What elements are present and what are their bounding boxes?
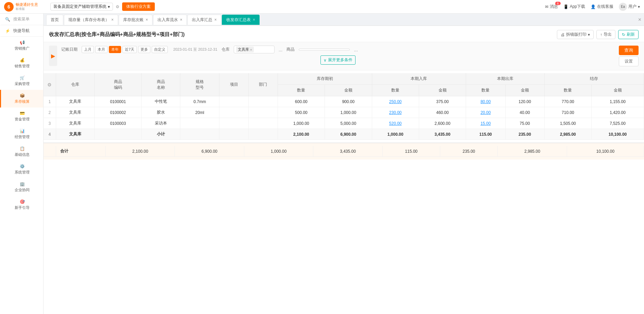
export-button[interactable]: ↑ 导出 <box>596 30 615 39</box>
row-spec: 20ml <box>180 107 219 118</box>
date-btn-prev-month[interactable]: 上月 <box>82 46 94 53</box>
logo-badge: 标准版 <box>16 7 38 11</box>
sidebar-item-system[interactable]: ⚙️ 系统管理 <box>0 161 43 178</box>
expand-more-button[interactable]: ∨ 展开更多条件 <box>320 55 356 65</box>
sidebar-item-search[interactable]: 🔍 搜索菜单 <box>0 14 43 25</box>
enterprise-icon: 🏢 <box>20 182 25 186</box>
tab-bar: 首页 现存量（库存分布表） × 库存批次账 × 出入库流水 × 出入库汇总 × <box>44 14 644 26</box>
tab-flow[interactable]: 出入库流水 × <box>153 15 187 25</box>
th-group-in-period: 本期入库 <box>372 73 466 85</box>
settings-button[interactable]: 设置 <box>619 56 639 66</box>
print-button[interactable]: 🖨 拆镜版打印 ▾ <box>557 30 594 39</box>
tab-batch[interactable]: 库存批次账 × <box>119 15 152 25</box>
sidebar-item-sales[interactable]: 💰 销售管理 <box>0 54 43 72</box>
app-download-button[interactable]: 📱 App下载 <box>563 4 585 10</box>
filter-toggle[interactable]: ▶ <box>49 46 57 66</box>
th-group-out-period: 本期出库 <box>466 73 544 85</box>
user-menu[interactable]: Ea 用户 ▾ <box>619 3 640 11</box>
footer-out-qty: 115.00 <box>382 146 440 157</box>
row-out-qty: 115.00 <box>466 129 505 140</box>
avatar: Ea <box>619 3 627 11</box>
sidebar-search-label: 搜索菜单 <box>13 16 30 22</box>
sidebar-item-purchase[interactable]: 🛒 采购管理 <box>0 72 43 90</box>
gear-icon[interactable]: ⚙ <box>116 4 119 9</box>
tab-recv-send[interactable]: 收发存汇总表 × <box>222 15 260 25</box>
sidebar-item-fast-nav[interactable]: ⚡ 快捷导航 <box>0 25 43 37</box>
row-project <box>219 107 249 118</box>
date-btn-7days[interactable]: 近7天 <box>122 46 137 53</box>
sidebar-marketing-label: 营销推广 <box>15 46 30 51</box>
goods-input[interactable] <box>299 49 350 51</box>
filter-row: 记账日期 上月 本月 本年 近7天 更多 自定义 2023-01-01 至 20… <box>61 46 615 53</box>
sidebar-item-base-info[interactable]: 📋 基础信息 <box>0 143 43 161</box>
date-btn-more[interactable]: 更多 <box>138 46 150 53</box>
th-in-amt: 金额 <box>419 85 466 96</box>
tab-close-batch[interactable]: × <box>146 17 148 22</box>
goods-more[interactable]: ... <box>354 47 358 52</box>
row-in-qty[interactable]: 230.00 <box>372 107 419 118</box>
dropdown-icon: ▾ <box>108 4 110 9</box>
table-config-icon[interactable]: ⚙ <box>47 82 52 87</box>
row-in-qty: 1,000.00 <box>372 129 419 140</box>
tab-close-stock-dist[interactable]: × <box>111 17 114 22</box>
row-out-qty[interactable]: 20.00 <box>466 107 505 118</box>
row-out-qty[interactable]: 80.00 <box>466 96 505 107</box>
sidebar-item-finance[interactable]: 💳 资金管理 <box>0 108 43 125</box>
top-bar-right: ✉ 消息 6 📱 App下载 👤 在线客服 Ea 用户 ▾ <box>545 3 640 11</box>
online-service-button[interactable]: 👤 在线客服 <box>591 4 613 10</box>
date-btn-this-year[interactable]: 本年 <box>109 46 121 53</box>
sidebar-item-inventory[interactable]: 📦 库存核算 <box>0 90 43 108</box>
row-in-qty[interactable]: 250.00 <box>372 96 419 107</box>
row-warehouse: 文具库 <box>56 107 95 118</box>
table-row: 2 文具库 0100002 胶水 20ml 500.00 1,000.00 23… <box>44 107 644 118</box>
row-warehouse: 文具库 <box>56 129 95 140</box>
date-btn-custom[interactable]: 自定义 <box>152 46 168 53</box>
row-out-amt: 75.00 <box>505 118 544 129</box>
row-open-amt: 1,000.00 <box>325 107 372 118</box>
footer-bal-amt: 10,100.00 <box>567 146 644 157</box>
operation-icon: 📊 <box>20 129 25 133</box>
warehouse-more[interactable]: ... <box>279 47 283 52</box>
footer-row: 合计 2,100.00 6,900.00 1,000.00 3,435.00 1… <box>44 146 644 157</box>
date-btn-this-month[interactable]: 本月 <box>95 46 108 53</box>
th-project: 项目 <box>219 73 249 96</box>
tab-close-recv-send[interactable]: × <box>253 17 255 22</box>
table-settings-header: ⚙ <box>44 73 56 96</box>
row-code: 0100002 <box>95 107 142 118</box>
query-button[interactable]: 查询 <box>619 46 639 55</box>
sidebar-item-guide[interactable]: 🎯 新手引导 <box>0 196 43 214</box>
row-in-qty[interactable]: 520.00 <box>372 118 419 129</box>
sidebar-system-label: 系统管理 <box>15 170 30 175</box>
refresh-icon: ↻ <box>622 32 625 37</box>
warehouse-tag-close[interactable]: × <box>250 48 252 52</box>
row-out-qty[interactable]: 15.00 <box>466 118 505 129</box>
date-range: 2023-01-01 至 2023-12-31 <box>173 47 217 52</box>
system-name: 装备及固定资产辅助管理系统 <box>53 4 106 10</box>
message-badge: 6 <box>555 2 561 5</box>
service-icon: 👤 <box>591 4 596 9</box>
sidebar-item-operation[interactable]: 📊 经营管理 <box>0 125 43 143</box>
close-all-tabs[interactable]: × <box>635 15 644 24</box>
sidebar-item-marketing[interactable]: 📢 营销推广 <box>0 37 43 54</box>
row-open-qty: 500.00 <box>278 107 325 118</box>
tab-home[interactable]: 首页 <box>46 15 63 25</box>
row-open-qty: 1,000.00 <box>278 118 325 129</box>
sidebar-item-enterprise[interactable]: 🏢 企业协同 <box>0 178 43 196</box>
tab-stock-dist[interactable]: 现存量（库存分布表） × <box>64 15 118 25</box>
logo-text: 畅捷通好生意 <box>16 2 38 7</box>
system-selector[interactable]: 装备及固定资产辅助管理系统 ▾ <box>50 3 113 11</box>
base-info-icon: 📋 <box>20 146 25 151</box>
try-button[interactable]: 体验行业方案 <box>122 2 155 11</box>
tab-summary[interactable]: 出入库汇总 × <box>187 15 221 25</box>
refresh-button[interactable]: ↻ 刷新 <box>618 30 639 39</box>
row-name: 胶水 <box>142 107 180 118</box>
data-table: ⚙ 仓库 商品编码 商品名称 规格型号 项目 部门 库存期初 本期入库 本期出 <box>44 73 644 140</box>
top-bar-middle: 装备及固定资产辅助管理系统 ▾ ⚙ 体验行业方案 <box>48 2 545 11</box>
download-icon: 📱 <box>563 4 568 9</box>
warehouse-input[interactable]: 文具库 × <box>234 46 275 53</box>
arrow-right-icon: ▶ <box>51 53 55 59</box>
tab-close-summary[interactable]: × <box>214 17 217 22</box>
tab-close-flow[interactable]: × <box>180 17 182 22</box>
sales-icon: 💰 <box>20 58 25 63</box>
messages-button[interactable]: ✉ 消息 6 <box>545 4 558 10</box>
